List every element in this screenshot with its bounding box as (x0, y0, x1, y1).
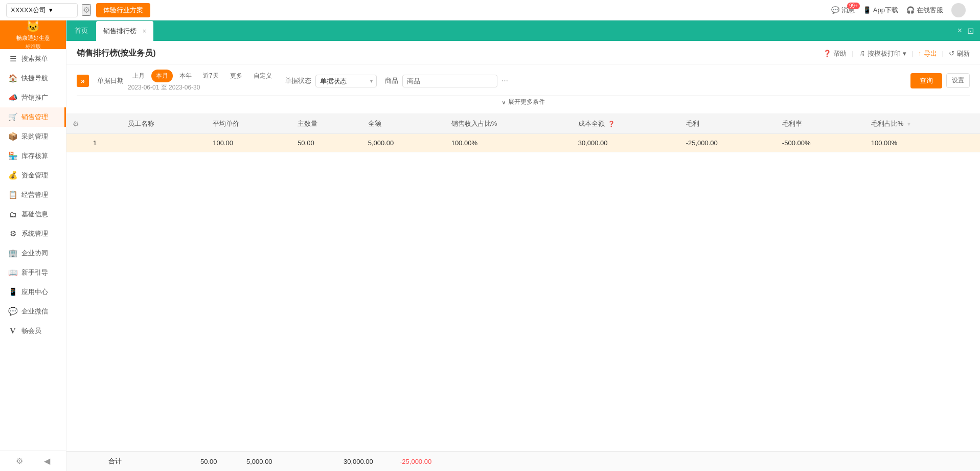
status-filter-label: 单据状态 (285, 76, 311, 85)
sidebar-item-operations[interactable]: 📋 经营管理 (0, 185, 66, 205)
filter-settings-button[interactable]: 设置 (946, 73, 970, 88)
date-filter-label: 单据日期 (97, 76, 124, 85)
wechat-icon: 💬 (8, 307, 17, 316)
tab-home[interactable]: 首页 (66, 20, 96, 41)
enterprise-icon: 🏢 (8, 249, 17, 258)
window-maximize-icon[interactable]: ⊡ (967, 26, 974, 36)
expand-more-button[interactable]: ∨ 展开更多条件 (77, 95, 970, 108)
sidebar-item-member[interactable]: V 畅会员 (0, 321, 66, 341)
topbar-settings-icon[interactable]: ⚙ (82, 4, 91, 16)
finance-icon: 💰 (8, 171, 17, 180)
home-icon: 🏠 (8, 74, 17, 83)
gross-pct-sort-icon[interactable]: ▼ (906, 121, 911, 127)
company-dropdown-icon: ▾ (49, 6, 53, 14)
sidebar-item-finance[interactable]: 💰 资金管理 (0, 166, 66, 185)
sidebar-item-guide[interactable]: 📖 新手引导 (0, 263, 66, 282)
sidebar-settings-button[interactable]: ⚙ (16, 456, 23, 466)
tab-active-label: 销售排行榜 (103, 27, 136, 36)
avatar[interactable] (951, 3, 966, 17)
sidebar-item-inventory[interactable]: 🏪 库存核算 (0, 146, 66, 166)
row-gross: -25,000.00 (680, 134, 776, 152)
sidebar-item-sales[interactable]: 🛒 销售管理 (0, 107, 66, 127)
goods-input[interactable] (402, 75, 497, 87)
row-avg-price: 100.00 (207, 134, 291, 152)
date-btn-custom[interactable]: 自定义 (249, 70, 277, 82)
logo-text: 畅康通好生意 (16, 34, 50, 42)
footer-amount: 5,000.00 (246, 458, 298, 465)
sidebar-item-label: 库存核算 (21, 151, 48, 161)
table-area: ⚙ 员工名称 平均单价 主数量 全额 销售收入占比% (66, 114, 980, 451)
logo-icon: 🐱 (26, 20, 40, 33)
sidebar-item-label: 营销推广 (21, 93, 48, 102)
refresh-button[interactable]: ↺ 刷新 (949, 49, 970, 58)
sidebar-item-search-order[interactable]: ☰ 搜索菜单 (0, 49, 66, 69)
row-name (122, 134, 207, 152)
goods-filter: 商品 ··· (385, 75, 508, 87)
help-button[interactable]: ❓ 帮助 (823, 49, 847, 58)
guide-icon: 📖 (8, 268, 17, 277)
app-center-icon: 📱 (8, 287, 17, 297)
sidebar-item-system[interactable]: ⚙ 系统管理 (0, 224, 66, 243)
print-button[interactable]: 🖨 按模板打印 ▾ (859, 49, 906, 58)
sidebar-item-basic-info[interactable]: 🗂 基础信息 (0, 205, 66, 224)
date-btn-this-month[interactable]: 本月 (151, 70, 173, 82)
header-actions: ❓ 帮助 | 🖨 按模板打印 ▾ | ↑ 导出 (823, 49, 970, 58)
sidebar-item-wechat[interactable]: 💬 企业微信 (0, 302, 66, 321)
row-gross-pct: 100.00% (865, 134, 980, 152)
company-selector[interactable]: XXXXX公司 ▾ (6, 3, 78, 17)
column-settings-icon[interactable]: ⚙ (73, 120, 79, 128)
cost-help-icon[interactable]: ❓ (608, 121, 615, 127)
company-name: XXXXX公司 (11, 6, 46, 15)
sidebar-item-enterprise[interactable]: 🏢 企业协同 (0, 243, 66, 263)
sidebar-item-marketing[interactable]: 📣 营销推广 (0, 88, 66, 107)
query-button[interactable]: 查询 (910, 73, 942, 88)
tab-close-icon[interactable]: × (143, 28, 146, 35)
footer-cost: 30,000.00 (344, 458, 400, 465)
export-icon: ↑ (918, 50, 922, 57)
sidebar-item-quick-nav[interactable]: 🏠 快捷导航 (0, 69, 66, 88)
date-btn-last-month[interactable]: 上月 (128, 70, 149, 82)
footer-main-qty: 50.00 (200, 458, 246, 465)
app-download-button[interactable]: 📱 App下载 (863, 6, 898, 15)
sidebar-item-label: 销售管理 (21, 113, 48, 122)
sidebar-item-purchase[interactable]: 📦 采购管理 (0, 127, 66, 146)
sidebar-item-label: 系统管理 (21, 229, 48, 238)
sidebar-item-label: 畅会员 (21, 326, 41, 335)
status-select[interactable]: 单据状态 (315, 75, 377, 87)
tab-home-label: 首页 (75, 26, 88, 35)
col-settings: ⚙ (66, 114, 87, 134)
online-service-button[interactable]: 🎧 在线客服 (906, 6, 943, 15)
goods-filter-label: 商品 (385, 76, 398, 85)
trial-button[interactable]: 体验行业方案 (96, 3, 150, 17)
export-label: 导出 (924, 49, 937, 58)
purchase-icon: 📦 (8, 132, 17, 141)
marketing-icon: 📣 (8, 93, 17, 102)
window-close-icon[interactable]: × (958, 26, 962, 35)
col-main-qty: 主数量 (291, 114, 362, 134)
col-amount: 全额 (362, 114, 445, 134)
date-btn-this-year[interactable]: 本年 (175, 70, 196, 82)
sidebar-item-app-center[interactable]: 📱 应用中心 (0, 282, 66, 302)
basic-info-icon: 🗂 (8, 210, 17, 219)
goods-more-icon[interactable]: ··· (502, 76, 508, 85)
col-gross-rate: 毛利率 (776, 114, 865, 134)
sidebar-collapse-button[interactable]: ◀ (44, 456, 50, 466)
page-title: 销售排行榜(按业务员) (77, 48, 156, 59)
help-label: 帮助 (833, 49, 847, 58)
table-footer: 合计 50.00 5,000.00 30,000.00 -25,000.00 (66, 451, 980, 471)
message-icon: 💬 (831, 6, 839, 14)
help-icon: ❓ (823, 50, 831, 57)
message-button[interactable]: 💬 消息 99+ (831, 6, 855, 15)
date-btn-more[interactable]: 更多 (225, 70, 247, 82)
footer-gross: -25,000.00 (400, 458, 456, 465)
sidebar-item-label: 新手引导 (21, 268, 48, 277)
export-button[interactable]: ↑ 导出 (918, 49, 937, 58)
col-cost: 成本全额 ❓ (572, 114, 680, 134)
table-row: 1 100.00 50.00 5,000.00 100.00% 30,000.0… (66, 134, 980, 152)
tab-sales-ranking[interactable]: 销售排行榜 × (96, 21, 153, 41)
sidebar-item-label: 应用中心 (21, 287, 48, 297)
inventory-icon: 🏪 (8, 151, 17, 161)
filter-expand-icon[interactable]: » (77, 75, 89, 87)
row-rank: 1 (87, 134, 122, 152)
date-btn-7days[interactable]: 近7天 (198, 70, 223, 82)
